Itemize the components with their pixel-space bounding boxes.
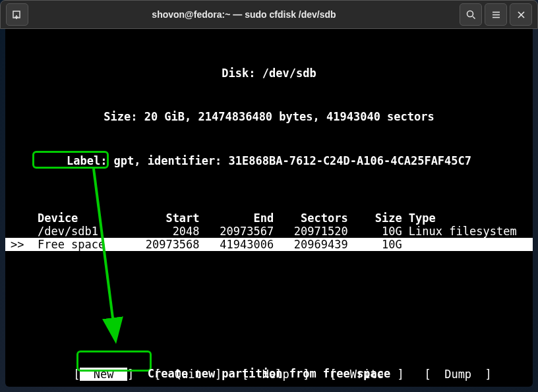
partition-row[interactable]: /dev/sdb1 2048 20973567 20971520 10G Lin… bbox=[5, 225, 533, 238]
disk-line-size: Size: 20 GiB, 21474836480 bytes, 4194304… bbox=[5, 109, 533, 124]
svg-line-4 bbox=[473, 16, 475, 19]
new-tab-button[interactable] bbox=[6, 3, 28, 26]
hint-text: Create new partition from free space bbox=[5, 367, 533, 380]
menu-button[interactable] bbox=[485, 3, 507, 26]
annotation-freespace-highlight bbox=[32, 151, 109, 169]
search-button[interactable] bbox=[460, 3, 482, 26]
close-button[interactable] bbox=[510, 3, 532, 26]
terminal-body: Disk: /dev/sdb Size: 20 GiB, 21474836480… bbox=[5, 29, 533, 387]
disk-line-device: Disk: /dev/sdb bbox=[5, 66, 533, 80]
window-titlebar: shovon@fedora:~ — sudo cfdisk /dev/sdb bbox=[0, 0, 538, 29]
free-space-row[interactable]: >> Free space 20973568 41943006 20969439… bbox=[5, 238, 533, 251]
window-title: shovon@fedora:~ — sudo cfdisk /dev/sdb bbox=[31, 9, 457, 20]
svg-point-3 bbox=[467, 11, 473, 16]
disk-info: Disk: /dev/sdb Size: 20 GiB, 21474836480… bbox=[5, 37, 533, 197]
partition-table-header: Device Start End Sectors Size Type bbox=[5, 211, 533, 225]
